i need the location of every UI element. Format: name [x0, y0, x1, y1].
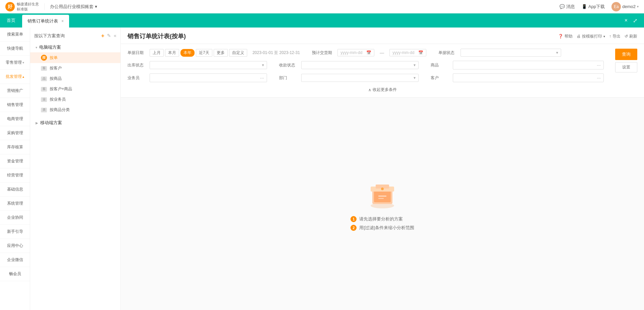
sidebar-item-app-center[interactable]: 应用中心: [0, 239, 30, 253]
filter-row-3: 业务员 ··· 部门 ▾ 客户 ···: [127, 73, 604, 82]
add-scheme-icon[interactable]: +: [101, 33, 104, 39]
export-button[interactable]: ↑ 导出: [609, 34, 621, 39]
salesperson-input[interactable]: ···: [150, 73, 267, 82]
settings-button[interactable]: 设置: [615, 62, 637, 72]
message-icon: 💬: [559, 4, 565, 9]
calendar-icon-end: 📅: [418, 50, 423, 55]
logo-text: 畅捷通好生意 标准版: [17, 2, 39, 11]
query-button[interactable]: 查询: [615, 49, 637, 60]
sidebar-item-member[interactable]: 畅会员: [0, 267, 30, 281]
sidebar-item-retail-mgmt[interactable]: 零售管理 ▾: [0, 56, 30, 70]
scheme-by-goods[interactable]: 品 按商品: [30, 73, 120, 84]
chevron-up-icon: ▴: [22, 75, 24, 79]
filter-row-2: 出库状态 ▾ 收款状态 ▾ 商品 ···: [127, 61, 604, 69]
sidebar-item-enterprise-collab[interactable]: 企业协同: [0, 211, 30, 225]
tab-sales-order-stats[interactable]: 销售订单统计表 ×: [22, 15, 69, 28]
chevron-up-icon: ∧: [368, 88, 371, 92]
customer-input[interactable]: ···: [453, 73, 604, 82]
custom-btn[interactable]: 自定义: [229, 49, 247, 57]
avatar: Ea: [611, 2, 621, 11]
chevron-down-icon: ▾: [414, 75, 416, 80]
main-layout: 搜索菜单 快捷导航 零售管理 ▾ 批发管理 ▴ 营销推广 销售管理 电商管理 采…: [0, 28, 644, 310]
mobile-schemes: ▶ 移动端方案: [30, 116, 120, 129]
svg-point-5: [381, 188, 384, 190]
filter-section: 单据日期 上月 本月 本年 近7天 更多 自定义 2023-01-01 至 20…: [121, 44, 644, 82]
scheme-icon-by-goods-cat: 类: [41, 108, 47, 112]
salesperson-label: 业务员: [127, 75, 144, 81]
window-close-icon[interactable]: ×: [623, 16, 629, 25]
this-month-btn[interactable]: 本月: [165, 49, 179, 57]
date-range-display: 2023-01-01 至 2023-12-31: [253, 50, 300, 56]
chevron-down-icon: ▾: [414, 63, 416, 67]
scheme-icon-by-salesperson: 业: [41, 97, 47, 102]
collapse-button[interactable]: ∧ 收起更多条件: [363, 85, 402, 95]
tab-close-icon[interactable]: ×: [61, 19, 64, 23]
scheme-by-salesperson[interactable]: 业 按业务员: [30, 94, 120, 105]
sidebar-item-new-guide[interactable]: 新手引导: [0, 225, 30, 239]
sidebar-item-inventory[interactable]: 库存核算: [0, 140, 30, 154]
salesperson-more-icon[interactable]: ···: [260, 75, 264, 81]
last-7-days-btn[interactable]: 近7天: [196, 49, 212, 57]
expected-date-end[interactable]: yyyy-mm-dd 📅: [389, 49, 426, 56]
chevron-down-icon: ▾: [637, 5, 639, 8]
department-select[interactable]: ▾: [301, 74, 419, 82]
delivery-select[interactable]: ▾: [150, 61, 267, 69]
refresh-icon: ↺: [625, 34, 628, 39]
sidebar-item-search-menu[interactable]: 搜索菜单: [0, 28, 30, 42]
sidebar-item-basic-info[interactable]: 基础信息: [0, 183, 30, 197]
sidebar-item-system[interactable]: 系统管理: [0, 197, 30, 211]
app-download-button[interactable]: 📱 App下载: [582, 4, 605, 10]
breadcrumb[interactable]: 办公用品行业模拟账套 ▾: [50, 4, 97, 10]
template-print-button[interactable]: 🖨 按模板打印 ▾: [577, 34, 605, 39]
expected-date-label: 预计交货期: [312, 50, 332, 56]
payment-select[interactable]: ▾: [301, 61, 419, 69]
chevron-down-icon: ▾: [556, 50, 558, 55]
sidebar-item-sales-mgmt[interactable]: 销售管理: [0, 98, 30, 112]
sidebar-item-purchase[interactable]: 采购管理: [0, 126, 30, 140]
more-btn[interactable]: 更多: [214, 49, 228, 57]
left-panel: 按以下方案查询 + ✎ « ▾ 电脑端方案 按 按单 客 按客户: [30, 28, 121, 310]
messages-button[interactable]: 💬 消息: [559, 4, 575, 10]
scheme-by-customer[interactable]: 客 按客户: [30, 63, 120, 73]
help-button[interactable]: ❓ 帮助: [558, 34, 573, 39]
scheme-by-cust-goods[interactable]: 客 按客户+商品: [30, 84, 120, 94]
customer-label: 客户: [431, 75, 447, 81]
query-buttons: 查询 设置: [615, 49, 637, 72]
empty-state: 1 请先选择要分析的方案 2 用[过滤]条件来缩小分析范围: [121, 98, 644, 310]
scheme-by-order[interactable]: 按 按单: [30, 52, 120, 63]
chevron-down-icon: ▾: [95, 4, 97, 9]
this-year-btn[interactable]: 本年: [180, 49, 195, 57]
goods-input[interactable]: ···: [453, 61, 604, 69]
topbar-left: 好 畅捷通好生意 标准版 办公用品行业模拟账套 ▾: [5, 2, 97, 11]
empty-tip-1: 1 请先选择要分析的方案: [351, 216, 414, 222]
svg-rect-6: [378, 196, 386, 197]
desktop-schemes-toggle[interactable]: ▾ 电脑端方案: [30, 42, 120, 52]
edit-scheme-icon[interactable]: ✎: [107, 33, 111, 39]
chevron-down-icon: ▾: [262, 63, 264, 67]
sidebar-item-operations[interactable]: 经营管理: [0, 168, 30, 183]
goods-more-icon[interactable]: ···: [597, 62, 601, 68]
last-month-btn[interactable]: 上月: [150, 49, 164, 57]
collapse-panel-icon[interactable]: «: [114, 33, 116, 39]
user-menu[interactable]: Ea demo2 ▾: [611, 2, 639, 11]
left-panel-header: 按以下方案查询 + ✎ «: [30, 31, 120, 41]
sidebar-item-finance[interactable]: 资金管理: [0, 154, 30, 168]
expected-date-start[interactable]: yyyy-mm-dd 📅: [337, 49, 374, 56]
refresh-button[interactable]: ↺ 刷新: [625, 34, 637, 39]
date-label: 单据日期: [127, 50, 144, 56]
tab-home[interactable]: 首页: [0, 13, 22, 28]
scheme-by-goods-cat[interactable]: 类 按商品分类: [30, 105, 120, 115]
expand-icon: ▾: [36, 46, 37, 49]
sidebar-item-quick-nav[interactable]: 快捷导航: [0, 42, 30, 56]
mobile-schemes-toggle[interactable]: ▶ 移动端方案: [30, 118, 120, 128]
print-icon: 🖨: [577, 34, 581, 39]
expand-icon-mobile: ▶: [36, 121, 38, 125]
customer-more-icon[interactable]: ···: [597, 75, 601, 81]
sidebar-item-enterprise-wechat[interactable]: 企业微信: [0, 253, 30, 267]
sidebar-item-wholesale-mgmt[interactable]: 批发管理 ▴: [0, 70, 30, 84]
sidebar-item-marketing[interactable]: 营销推广: [0, 84, 30, 98]
maximize-icon[interactable]: ⤢: [632, 16, 639, 25]
topbar-right: 💬 消息 📱 App下载 Ea demo2 ▾: [559, 2, 639, 11]
sidebar-item-ecommerce[interactable]: 电商管理: [0, 112, 30, 126]
order-status-select[interactable]: ▾: [461, 49, 561, 57]
